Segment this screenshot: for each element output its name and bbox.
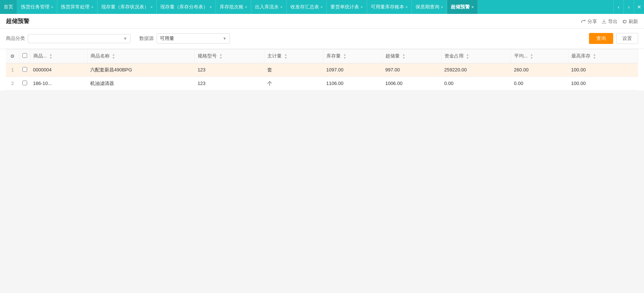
nav-prev-button[interactable]: ‹ — [613, 0, 623, 14]
nav-pick-task[interactable]: 拣货任务管理 × — [17, 0, 57, 14]
nav-pick-exception[interactable]: 拣货异常处理 × — [57, 0, 97, 14]
nav-expiry-query[interactable]: 保质期查询 × — [412, 0, 447, 14]
filter-buttons: 查询 设置 — [589, 33, 638, 44]
column-gear: ⚙ — [6, 49, 19, 63]
sort-icon[interactable]: ▲▼ — [343, 53, 347, 60]
row-num: 2 — [6, 77, 19, 90]
sort-icon[interactable]: ▲▼ — [530, 53, 533, 60]
sort-icon[interactable]: ▲▼ — [593, 53, 596, 60]
cell-over-stock: 997.00 — [382, 63, 441, 77]
column-select-all — [19, 49, 30, 63]
nav-next-button[interactable]: › — [623, 0, 634, 14]
refresh-button[interactable]: 刷新 — [622, 18, 638, 25]
data-source-select[interactable]: 可用量 ▼ — [157, 33, 230, 44]
nav-recv-send-summary[interactable]: 收发存汇总表 × — [287, 0, 327, 14]
column-stock: 库存量 ▲▼ — [323, 49, 383, 63]
cell-avg: 260.00 — [511, 63, 568, 77]
table-row: 2 186-10... 机油滤清器 123 个 1106.00 1006.00 … — [6, 77, 638, 90]
product-category-filter: 商品分类 ▼ — [6, 34, 131, 43]
filter-bar: 商品分类 ▼ 数据源 可用量 ▼ 查询 设置 — [0, 29, 644, 48]
select-all-checkbox[interactable] — [22, 53, 27, 58]
table-container: ⚙ 商品... ▲▼ 商品名称 ▲▼ 规格型号 ▲▼ 主计 — [0, 49, 644, 90]
cell-spec: 123 — [195, 77, 264, 90]
nav-close-icon[interactable]: × — [406, 5, 408, 9]
row-checkbox[interactable] — [22, 67, 27, 72]
nav-close-icon[interactable]: × — [280, 5, 282, 9]
sort-icon[interactable]: ▲▼ — [112, 53, 115, 60]
row-checkbox-cell — [19, 77, 30, 90]
column-unit: 主计量 ▲▼ — [264, 49, 323, 63]
nav-close-icon[interactable]: × — [361, 5, 363, 9]
data-table: ⚙ 商品... ▲▼ 商品名称 ▲▼ 规格型号 ▲▼ 主计 — [6, 49, 638, 90]
nav-stock-batch[interactable]: 库存批次账 × — [216, 0, 251, 14]
sort-icon[interactable]: ▲▼ — [219, 53, 223, 60]
column-over-stock: 超储量 ▲▼ — [382, 49, 441, 63]
nav-close-icon[interactable]: × — [51, 5, 53, 9]
page-title: 超储预警 — [6, 18, 29, 25]
share-icon — [581, 19, 586, 24]
data-source-label: 数据源 — [139, 35, 154, 42]
product-category-select[interactable]: ▼ — [28, 34, 131, 43]
column-product-code: 商品... ▲▼ — [30, 49, 87, 63]
nav-close-icon[interactable]: × — [150, 5, 153, 9]
refresh-icon — [622, 19, 627, 24]
chevron-down-icon: ▼ — [223, 36, 227, 41]
cell-over-stock: 1006.00 — [382, 77, 441, 90]
nav-close-icon[interactable]: × — [91, 5, 93, 9]
page-actions: 分享 导出 刷新 — [581, 18, 638, 25]
nav-arrows: ‹ › ✕ — [613, 0, 644, 14]
cell-unit: 个 — [264, 77, 323, 90]
table-row: 1 0000004 六配套新昌490BPG 123 套 1097.00 997.… — [6, 63, 638, 77]
nav-more-button[interactable]: ✕ — [634, 0, 644, 14]
query-button[interactable]: 查询 — [589, 33, 613, 44]
column-product-name: 商品名称 ▲▼ — [87, 49, 195, 63]
share-button[interactable]: 分享 — [581, 18, 597, 25]
settings-button[interactable]: 设置 — [616, 33, 638, 44]
nav-inout-flow[interactable]: 出入库流水 × — [251, 0, 286, 14]
page-header: 超储预警 分享 导出 刷新 — [0, 14, 644, 29]
nav-home[interactable]: 首页 — [0, 0, 17, 14]
column-capital-usage: 资金占用 ▲▼ — [441, 49, 511, 63]
nav-current-stock-dist[interactable]: 现存量（库存分布表） × — [157, 0, 216, 14]
cell-avg: 0.00 — [511, 77, 568, 90]
column-spec: 规格型号 ▲▼ — [195, 49, 264, 63]
product-category-label: 商品分类 — [6, 35, 25, 42]
sort-icon[interactable]: ▲▼ — [49, 53, 52, 60]
cell-stock: 1097.00 — [323, 63, 383, 77]
cell-product-code: 0000004 — [30, 63, 87, 77]
nav-close-icon[interactable]: × — [245, 5, 247, 9]
row-num: 1 — [6, 63, 19, 77]
gear-icon[interactable]: ⚙ — [10, 53, 15, 59]
cell-product-name: 机油滤清器 — [87, 77, 195, 90]
cell-max-stock: 100.00 — [568, 63, 638, 77]
cell-capital-usage: 0.00 — [441, 77, 511, 90]
cell-capital-usage: 259220.00 — [441, 63, 511, 77]
row-checkbox[interactable] — [22, 81, 27, 85]
export-icon — [601, 19, 607, 24]
column-max-stock: 最高库存 ▲▼ — [568, 49, 638, 63]
sort-icon[interactable]: ▲▼ — [284, 53, 288, 60]
cell-max-stock: 100.00 — [568, 77, 638, 90]
top-navigation: 首页 拣货任务管理 × 拣货异常处理 × 现存量（库存状况表） × 现存量（库存… — [0, 0, 644, 14]
sort-icon[interactable]: ▲▼ — [402, 53, 406, 60]
cell-unit: 套 — [264, 63, 323, 77]
row-checkbox-cell — [19, 63, 30, 77]
cell-product-code: 186-10... — [30, 77, 87, 90]
nav-close-icon[interactable]: × — [441, 5, 443, 9]
column-avg: 平均... ▲▼ — [511, 49, 568, 63]
export-button[interactable]: 导出 — [601, 18, 618, 25]
cell-product-name: 六配套新昌490BPG — [87, 63, 195, 77]
nav-available-stock[interactable]: 可用量库存账本 × — [367, 0, 412, 14]
nav-overstock-warning[interactable]: 超储预警 × — [447, 0, 477, 14]
nav-close-icon[interactable]: × — [321, 5, 323, 9]
cell-spec: 123 — [195, 63, 264, 77]
data-source-filter: 数据源 可用量 ▼ — [139, 33, 230, 44]
nav-requisition-stats[interactable]: 要货单统计表 × — [327, 0, 367, 14]
sort-icon[interactable]: ▲▼ — [466, 53, 469, 60]
nav-close-icon[interactable]: × — [471, 5, 473, 9]
cell-stock: 1106.00 — [323, 77, 383, 90]
nav-current-stock-status[interactable]: 现存量（库存状况表） × — [98, 0, 157, 14]
chevron-down-icon: ▼ — [123, 36, 127, 41]
nav-close-icon[interactable]: × — [209, 5, 212, 9]
